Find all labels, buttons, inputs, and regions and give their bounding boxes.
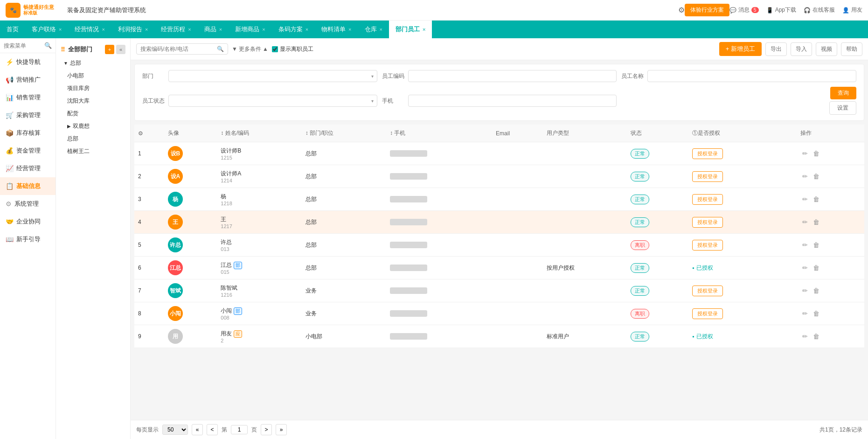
col-name[interactable]: ↕ 姓名/编码 (217, 125, 301, 142)
dept-item[interactable]: 植树王二 (56, 145, 130, 158)
close-tab-icon[interactable]: × (306, 27, 308, 32)
edit-button[interactable]: ✏ (800, 309, 810, 318)
sidebar-item-库存核算[interactable]: 📦 库存核算 (0, 124, 56, 142)
export-button[interactable]: 导出 (765, 42, 787, 56)
emp-name-input[interactable] (647, 70, 856, 82)
dept-select[interactable] (168, 70, 377, 82)
sidebar-item-系统管理[interactable]: ⚙ 系统管理 (0, 195, 56, 213)
nav-tab-经营情况[interactable]: 经营情况× (68, 21, 111, 38)
show-resigned-input[interactable] (272, 46, 278, 52)
close-tab-icon[interactable]: × (219, 27, 222, 32)
dept-item[interactable]: ▶双鹿想 (56, 120, 130, 132)
delete-button[interactable]: 🗑 (811, 263, 821, 272)
nav-tab-商品[interactable]: 商品× (198, 21, 229, 38)
edit-button[interactable]: ✏ (800, 286, 810, 295)
nav-tab-条码方案[interactable]: 条码方案× (272, 21, 315, 38)
help-button[interactable]: 帮助 (841, 42, 862, 56)
experience-button[interactable]: 体验行业方案 (685, 4, 729, 16)
view-button[interactable]: 视频 (816, 42, 837, 56)
reset-button[interactable]: 设置 (829, 101, 856, 115)
sidebar-item-采购管理[interactable]: 🛒 采购管理 (0, 106, 56, 124)
auth-login-button[interactable]: 授权登录 (692, 308, 723, 319)
delete-button[interactable]: 🗑 (811, 332, 821, 341)
auth-login-button[interactable]: 授权登录 (692, 240, 723, 251)
online-service-button[interactable]: 🎧 在线客服 (804, 6, 835, 14)
sidebar-item-新手引导[interactable]: 📖 新手引导 (0, 230, 56, 248)
delete-button[interactable]: 🗑 (811, 149, 821, 158)
last-page-button[interactable]: » (276, 424, 287, 435)
close-tab-icon[interactable]: × (380, 27, 382, 32)
auth-login-button[interactable]: 授权登录 (692, 171, 723, 182)
prev-page-button[interactable]: < (207, 424, 218, 435)
edit-button[interactable]: ✏ (800, 149, 810, 158)
dept-item[interactable]: 总部 (56, 132, 130, 145)
page-input[interactable] (231, 425, 248, 434)
dept-item[interactable]: 配货 (56, 107, 130, 120)
message-button[interactable]: 💬 消息 5 (729, 6, 759, 14)
phone-input[interactable] (408, 95, 617, 107)
search-input-wrap[interactable]: 🔍 (136, 43, 228, 55)
sidebar-item-快捷导航[interactable]: ⚡ 快捷导航 (0, 53, 56, 71)
sidebar-search[interactable]: 🔍 (0, 38, 56, 53)
close-tab-icon[interactable]: × (423, 27, 425, 32)
first-page-button[interactable]: « (192, 424, 203, 435)
auth-login-button[interactable]: 授权登录 (692, 286, 723, 296)
edit-button[interactable]: ✏ (800, 263, 810, 272)
sidebar-item-经营管理[interactable]: 📈 经营管理 (0, 160, 56, 177)
close-tab-icon[interactable]: × (188, 27, 191, 32)
col-setting[interactable]: ⚙ (134, 125, 164, 142)
dept-item[interactable]: 沈阳大库 (56, 95, 130, 107)
delete-button[interactable]: 🗑 (811, 309, 821, 318)
sidebar-item-企业协同[interactable]: 🤝 企业协同 (0, 213, 56, 230)
nav-tab-利润报告[interactable]: 利润报告× (111, 21, 154, 38)
show-resigned-checkbox[interactable]: 显示离职员工 (272, 45, 313, 53)
auth-login-button[interactable]: 授权登录 (692, 148, 723, 159)
sidebar-item-基础信息[interactable]: 📋 基础信息 (0, 177, 56, 195)
emp-status-select[interactable] (168, 95, 377, 107)
app-download-button[interactable]: 📱 App下载 (766, 6, 796, 14)
emp-status-select-wrap[interactable]: ▾ (168, 95, 377, 107)
dept-collapse-button[interactable]: « (116, 45, 125, 54)
close-tab-icon[interactable]: × (348, 27, 351, 32)
edit-button[interactable]: ✏ (800, 240, 810, 250)
nav-tab-首页[interactable]: 首页 (0, 21, 25, 38)
sidebar-search-input[interactable] (4, 42, 44, 49)
close-tab-icon[interactable]: × (145, 27, 148, 32)
close-tab-icon[interactable]: × (59, 27, 62, 32)
search-input[interactable] (140, 46, 215, 52)
delete-button[interactable]: 🗑 (811, 240, 821, 250)
edit-button[interactable]: ✏ (800, 172, 810, 181)
dept-item[interactable]: 项目库房 (56, 82, 130, 95)
dept-item[interactable]: ▼总部 (56, 57, 130, 70)
add-employee-button[interactable]: + 新增员工 (719, 42, 762, 56)
import-button[interactable]: 导入 (791, 42, 812, 56)
user-menu[interactable]: 👤 用友 (842, 6, 862, 14)
auth-login-button[interactable]: 授权登录 (692, 217, 723, 228)
close-tab-icon[interactable]: × (262, 27, 265, 32)
delete-button[interactable]: 🗑 (811, 172, 821, 181)
nav-tab-仓库[interactable]: 仓库× (358, 21, 389, 38)
nav-tab-客户联络[interactable]: 客户联络× (25, 21, 68, 38)
sidebar-item-销售管理[interactable]: 📊 销售管理 (0, 89, 56, 106)
query-button[interactable]: 查询 (830, 87, 856, 99)
more-condition-button[interactable]: ▼ 更多条件 ▲ (232, 45, 268, 53)
close-tab-icon[interactable]: × (102, 27, 104, 32)
col-dept[interactable]: ↕ 部门/职位 (302, 125, 386, 142)
dept-select-wrap[interactable]: ▾ (168, 70, 377, 82)
delete-button[interactable]: 🗑 (811, 217, 821, 227)
next-page-button[interactable]: > (261, 424, 272, 435)
sidebar-item-资金管理[interactable]: 💰 资金管理 (0, 142, 56, 160)
nav-tab-物料清单[interactable]: 物料清单× (315, 21, 358, 38)
auth-login-button[interactable]: 授权登录 (692, 194, 723, 205)
delete-button[interactable]: 🗑 (811, 195, 821, 204)
edit-button[interactable]: ✏ (800, 217, 810, 227)
sidebar-item-营销推广[interactable]: 📢 营销推广 (0, 71, 56, 89)
delete-button[interactable]: 🗑 (811, 286, 821, 295)
nav-tab-经营历程[interactable]: 经营历程× (154, 21, 197, 38)
dept-item[interactable]: 小电部 (56, 70, 130, 82)
nav-tab-部门员工[interactable]: 部门员工× (389, 21, 432, 38)
nav-tab-新增商品[interactable]: 新增商品× (229, 21, 271, 38)
dept-add-button[interactable]: + (105, 45, 114, 54)
per-page-select[interactable]: 50 100 (162, 425, 188, 435)
edit-button[interactable]: ✏ (800, 332, 810, 341)
